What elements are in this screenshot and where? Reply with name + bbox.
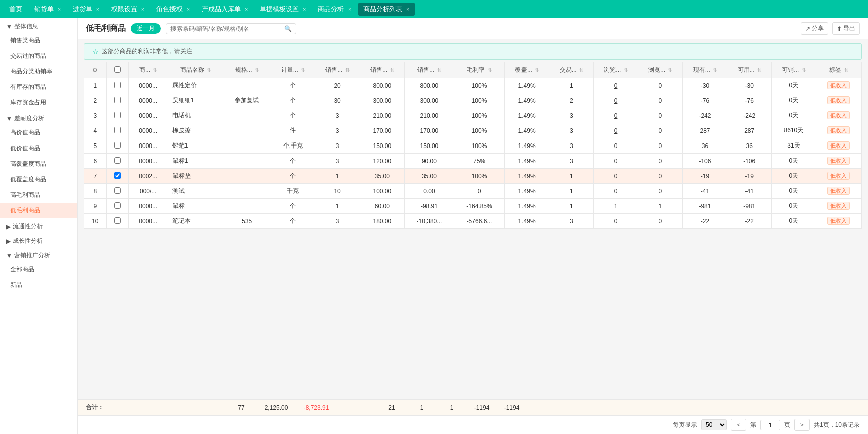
cell-browse1[interactable]: 0 (594, 123, 638, 138)
row-checkbox[interactable] (114, 97, 121, 103)
select-all-checkbox[interactable] (114, 66, 121, 73)
nav-purchase[interactable]: 进货单 × (68, 3, 104, 16)
col-settings[interactable]: ⚙ (84, 62, 107, 78)
row-checkbox[interactable] (114, 142, 121, 149)
row-checkbox[interactable] (114, 112, 121, 118)
cell-browse1[interactable]: 0 (594, 93, 638, 108)
row-checkbox[interactable] (114, 127, 121, 133)
col-browse2[interactable]: 浏览... ⇅ (638, 62, 682, 78)
sidebar-item-sales-goods[interactable]: 销售类商品 (0, 33, 77, 48)
col-avail-stock[interactable]: 可用... ⇅ (727, 62, 772, 78)
cell-checkbox[interactable] (106, 184, 128, 199)
col-sales-amt[interactable]: 销售... ⇅ (360, 62, 404, 78)
row-checkbox[interactable] (114, 187, 121, 194)
sidebar-item-category-rate[interactable]: 商品分类助销率 (0, 64, 77, 79)
close-icon[interactable]: × (58, 6, 61, 12)
col-saleable-stock[interactable]: 可销... ⇅ (772, 62, 816, 78)
export-button[interactable]: ⬆ 导出 (832, 22, 860, 35)
sidebar-group-marketing[interactable]: ▼ 营销推广分析 (0, 247, 77, 262)
filter-button[interactable]: 近一月 (131, 23, 161, 34)
cell-browse1[interactable]: 0 (594, 169, 638, 184)
col-browse1[interactable]: 浏览... ⇅ (594, 62, 638, 78)
col-sales-qty[interactable]: 销售... ⇅ (315, 62, 360, 78)
search-box[interactable]: 🔍 (166, 23, 296, 34)
cell-no: 2 (84, 93, 107, 108)
cell-checkbox[interactable] (106, 93, 128, 108)
col-sales-profit[interactable]: 销售... ⇅ (404, 62, 454, 78)
col-gross-margin[interactable]: 毛利率 ⇅ (454, 62, 505, 78)
close-icon[interactable]: × (348, 6, 351, 12)
sidebar-item-high-margin[interactable]: 高毛利商品 (0, 187, 77, 203)
cell-browse1[interactable]: 0 (594, 154, 638, 169)
sidebar-group-resistance[interactable]: ▼ 差耐度分析 (0, 110, 77, 125)
share-button[interactable]: ↗ 分享 (801, 22, 828, 35)
col-trade-count[interactable]: 交易... ⇅ (549, 62, 594, 78)
sidebar-item-all-goods[interactable]: 全部商品 (0, 262, 77, 277)
col-code[interactable]: 商... ⇅ (128, 62, 168, 78)
nav-product-entry[interactable]: 产成品入库单 × (197, 3, 253, 16)
row-checkbox[interactable] (114, 202, 121, 209)
table-row: 4 0000... 橡皮擦 件 3 170.00 170.00 100% 1.4… (84, 123, 862, 138)
cell-tag: 低收入 (816, 184, 861, 199)
cell-checkbox[interactable] (106, 154, 128, 169)
sidebar-item-stock-capital[interactable]: 库存资金占用 (0, 95, 77, 110)
sidebar-item-high-coverage[interactable]: 高覆盖度商品 (0, 156, 77, 172)
row-checkbox[interactable] (114, 157, 121, 164)
nav-home[interactable]: 首页 (4, 3, 27, 16)
col-coverage[interactable]: 覆盖... ⇅ (504, 62, 549, 78)
close-icon[interactable]: × (245, 6, 248, 12)
nav-role[interactable]: 角色授权 × (151, 3, 195, 16)
cell-browse1[interactable]: 0 (594, 214, 638, 229)
nav-product-analysis-list[interactable]: 商品分析列表 × (358, 3, 414, 16)
row-checkbox[interactable] (114, 217, 121, 224)
nav-sales[interactable]: 销货单 × (29, 3, 66, 16)
sidebar-item-new-goods[interactable]: 新品 (0, 277, 77, 293)
row-checkbox[interactable] (114, 82, 121, 88)
close-icon[interactable]: × (141, 6, 144, 12)
cell-code: 0000... (128, 93, 168, 108)
close-icon[interactable]: × (406, 6, 409, 12)
sidebar-item-low-value[interactable]: 低价值商品 (0, 140, 77, 156)
prev-page-button[interactable]: ＜ (731, 419, 746, 431)
cell-checkbox[interactable] (106, 214, 128, 229)
col-checkbox[interactable] (106, 62, 128, 78)
search-icon[interactable]: 🔍 (284, 25, 292, 32)
next-page-button[interactable]: ＞ (794, 419, 810, 431)
sidebar-group-growth[interactable]: ▶ 成长性分析 (0, 233, 77, 247)
col-spec[interactable]: 规格... ⇅ (223, 62, 271, 78)
sidebar-item-traded-goods[interactable]: 交易过的商品 (0, 48, 77, 64)
cell-checkbox[interactable] (106, 169, 128, 184)
cell-browse1[interactable]: 0 (594, 184, 638, 199)
page-input[interactable] (760, 420, 780, 430)
cell-checkbox[interactable] (106, 138, 128, 154)
row-checkbox[interactable] (114, 172, 121, 179)
sidebar-group-circulation[interactable]: ▶ 流通性分析 (0, 218, 77, 233)
col-current-stock[interactable]: 现有... ⇅ (682, 62, 727, 78)
close-icon[interactable]: × (303, 6, 306, 12)
page-size-select[interactable]: 50 100 200 (701, 419, 727, 430)
cell-browse1[interactable]: 0 (594, 108, 638, 123)
sidebar-group-overall[interactable]: ▼ 整体信息 (0, 18, 77, 33)
col-unit[interactable]: 计量... ⇅ (271, 62, 315, 78)
cell-browse1[interactable]: 0 (594, 138, 638, 154)
sidebar-item-in-stock[interactable]: 有库存的商品 (0, 79, 77, 95)
nav-template[interactable]: 单据模板设置 × (255, 3, 311, 16)
cell-browse1[interactable]: 1 (594, 199, 638, 214)
sidebar-item-low-coverage[interactable]: 低覆盖度商品 (0, 172, 77, 187)
close-icon[interactable]: × (96, 6, 99, 12)
cell-checkbox[interactable] (106, 123, 128, 138)
col-tag[interactable]: 标签 ⇅ (816, 62, 861, 78)
nav-permission[interactable]: 权限设置 × (106, 3, 149, 16)
sidebar-item-high-value[interactable]: 高价值商品 (0, 125, 77, 140)
col-name[interactable]: 商品名称 ⇅ (168, 62, 223, 78)
cell-name: 鼠标1 (168, 154, 223, 169)
search-input[interactable] (170, 25, 284, 32)
tag-label: 低收入 (827, 141, 850, 150)
cell-checkbox[interactable] (106, 108, 128, 123)
cell-browse1[interactable]: 0 (594, 78, 638, 93)
cell-checkbox[interactable] (106, 199, 128, 214)
nav-product-analysis[interactable]: 商品分析 × (313, 3, 356, 16)
cell-checkbox[interactable] (106, 78, 128, 93)
close-icon[interactable]: × (187, 6, 190, 12)
sidebar-item-low-margin[interactable]: 低毛利商品 (0, 203, 77, 218)
